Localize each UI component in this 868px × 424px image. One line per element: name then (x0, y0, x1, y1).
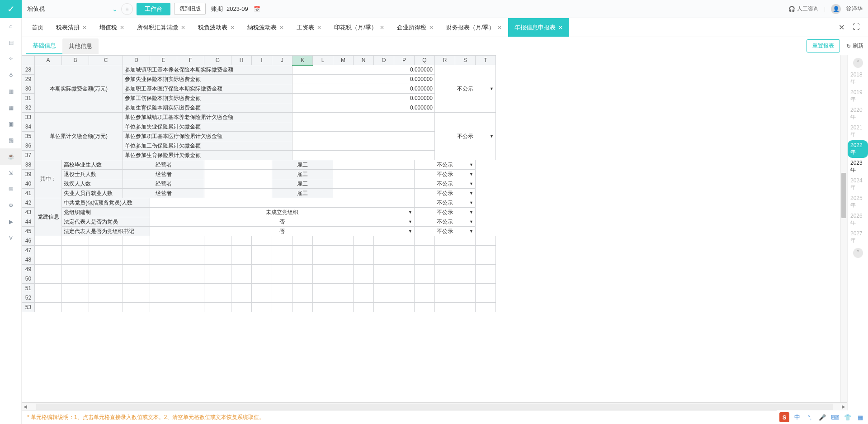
cell[interactable] (204, 255, 231, 265)
cell[interactable] (89, 246, 123, 255)
support-link[interactable]: 🎧 人工咨询 (788, 5, 819, 13)
dropdown-cell[interactable]: 不公示▼ (415, 217, 476, 227)
dropdown-cell[interactable]: 不公示▼ (435, 113, 496, 160)
cell[interactable] (150, 265, 177, 274)
dropdown-cell[interactable]: 不公示▼ (415, 189, 476, 198)
cell[interactable] (374, 274, 394, 284)
cell[interactable]: 经营者 (123, 179, 204, 189)
row-header[interactable]: 43 (22, 208, 35, 217)
vertical-scrollbar[interactable] (840, 55, 847, 402)
row-header[interactable]: 28 (22, 65, 35, 75)
row-header[interactable]: 30 (22, 84, 35, 94)
col-header[interactable]: T (476, 56, 496, 65)
cell[interactable] (177, 236, 204, 246)
cell[interactable] (374, 265, 394, 274)
tab[interactable]: 纳税波动表✕ (241, 18, 290, 37)
cell[interactable] (292, 274, 313, 284)
dropdown-cell[interactable]: 不公示▼ (415, 179, 476, 189)
cell[interactable]: 参加生育保险本期实际缴费金额 (123, 103, 292, 113)
cell[interactable] (435, 293, 455, 303)
cell[interactable] (415, 255, 435, 265)
cell[interactable] (333, 189, 415, 198)
cell[interactable] (123, 246, 150, 255)
cell[interactable] (177, 246, 204, 255)
cell[interactable] (204, 293, 231, 303)
row-header[interactable]: 31 (22, 94, 35, 103)
cell[interactable] (35, 236, 62, 246)
cell[interactable] (333, 179, 415, 189)
nav-calc[interactable]: ▦ (0, 100, 22, 116)
cell[interactable] (231, 284, 252, 293)
cell[interactable] (354, 303, 374, 312)
cell[interactable] (231, 236, 252, 246)
cell[interactable]: 单位参加失业保险累计欠缴金额 (123, 122, 292, 132)
cell[interactable] (292, 303, 313, 312)
cell[interactable] (204, 303, 231, 312)
cell[interactable] (374, 246, 394, 255)
cell[interactable] (313, 293, 333, 303)
cell[interactable] (272, 265, 292, 274)
col-header[interactable]: H (231, 56, 252, 65)
dropdown-cell[interactable]: 不公示▼ (415, 208, 476, 217)
cell[interactable] (394, 265, 415, 274)
cell[interactable]: 本期实际缴费金额(万元) (35, 65, 123, 113)
cell[interactable] (204, 265, 231, 274)
cell[interactable] (415, 293, 435, 303)
cell[interactable] (150, 303, 177, 312)
cell[interactable] (292, 141, 435, 151)
col-header[interactable]: R (435, 56, 455, 65)
cell[interactable]: 经营者 (123, 160, 204, 170)
cell[interactable] (354, 274, 374, 284)
cell[interactable] (313, 236, 333, 246)
cell[interactable] (374, 255, 394, 265)
cell[interactable] (333, 255, 354, 265)
cell[interactable] (177, 255, 204, 265)
nav-settings[interactable]: ⚙ (0, 197, 22, 214)
tab[interactable]: 税负波动表✕ (192, 18, 241, 37)
cell[interactable] (150, 236, 177, 246)
cell[interactable]: 单位累计欠缴金额(万元) (35, 113, 123, 160)
cell[interactable] (292, 255, 313, 265)
cell[interactable] (415, 274, 435, 284)
cell[interactable] (204, 246, 231, 255)
period-value[interactable]: 2023-09 (226, 5, 248, 12)
cell[interactable] (252, 284, 272, 293)
cell[interactable] (62, 246, 89, 255)
cell[interactable]: 0.000000 (292, 65, 435, 75)
cell[interactable] (333, 160, 415, 170)
nav-export[interactable]: ⇲ (0, 165, 22, 181)
cell[interactable] (394, 236, 415, 246)
ime-s-icon[interactable]: S (779, 412, 789, 422)
row-header[interactable]: 32 (22, 103, 35, 113)
col-header[interactable]: J (272, 56, 292, 65)
cell[interactable] (415, 284, 435, 293)
col-header[interactable]: Q (415, 56, 435, 65)
cell[interactable] (177, 284, 204, 293)
cell[interactable] (415, 265, 435, 274)
cell[interactable] (89, 255, 123, 265)
cell[interactable] (313, 274, 333, 284)
close-icon[interactable]: ✕ (558, 24, 563, 31)
cell[interactable] (476, 246, 496, 255)
cell[interactable] (272, 274, 292, 284)
avatar[interactable]: 👤 (831, 4, 841, 14)
cell[interactable] (123, 284, 150, 293)
cell[interactable] (292, 265, 313, 274)
nav-play[interactable]: ▶ (0, 214, 22, 230)
cell[interactable] (354, 293, 374, 303)
row-header[interactable]: 41 (22, 189, 35, 198)
cell[interactable] (231, 246, 252, 255)
cell[interactable] (123, 236, 150, 246)
cell[interactable]: 0.000000 (292, 84, 435, 94)
cell[interactable] (89, 293, 123, 303)
switch-old-button[interactable]: 切到旧版 (174, 3, 206, 15)
cell[interactable] (455, 255, 476, 265)
row-header[interactable]: 52 (22, 293, 35, 303)
dropdown-cell[interactable]: 不公示▼ (415, 227, 476, 236)
nav-bag[interactable]: ♁ (0, 67, 22, 83)
col-header[interactable]: D (123, 56, 150, 65)
cell[interactable] (313, 284, 333, 293)
close-icon[interactable]: ✕ (82, 24, 87, 31)
cell[interactable]: 单位参加生育保险累计欠缴金额 (123, 151, 292, 160)
cell[interactable] (123, 265, 150, 274)
